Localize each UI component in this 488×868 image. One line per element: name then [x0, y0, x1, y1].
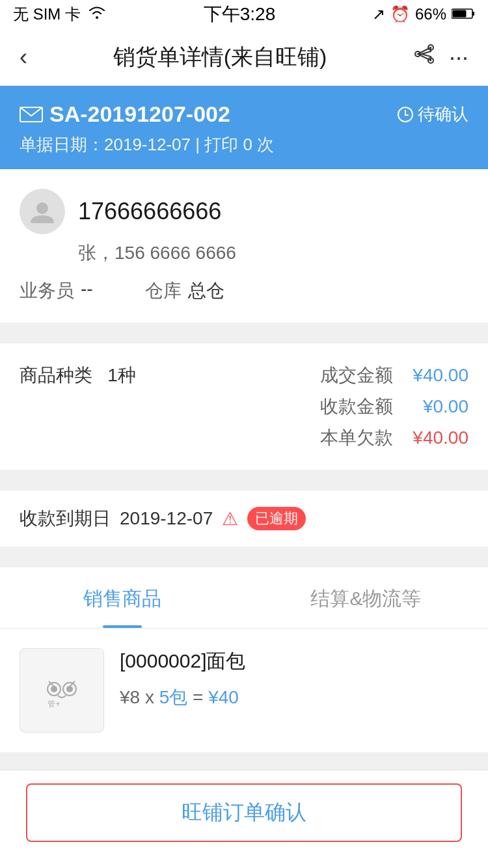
sim-status: 无 SIM 卡 [13, 4, 81, 25]
nav-actions: ··· [413, 42, 468, 72]
share-button[interactable] [413, 42, 436, 72]
customer-name: 张，156 6666 6666 [20, 241, 468, 265]
product-info: [0000002]面包 ¥8 x 5包 = ¥40 [120, 648, 468, 710]
product-type-value: 1种 [107, 365, 136, 385]
status-bar-right: ↗ ⏰ 66% [372, 5, 475, 23]
confirm-button[interactable]: 旺铺订单确认 [26, 783, 462, 842]
product-name: [0000002]面包 [120, 648, 468, 675]
product-eq: = [193, 687, 203, 707]
due-date-value: 2019-12-07 [120, 508, 213, 529]
owed-amount-value: ¥40.00 [403, 427, 468, 448]
tab-settlement-logistics[interactable]: 结算&物流等 [244, 567, 488, 628]
product-image: 管+ [20, 648, 104, 733]
product-list: 管+ [0000002]面包 ¥8 x 5包 = ¥40 [0, 629, 488, 752]
product-price: ¥8 x [120, 687, 154, 707]
product-count: 商品种类 1种 [20, 363, 136, 388]
order-number: SA-20191207-002 [20, 102, 230, 127]
product-total: ¥40 [208, 687, 239, 707]
battery-icon [452, 5, 475, 23]
product-item: 管+ [0000002]面包 ¥8 x 5包 = ¥40 [0, 629, 488, 752]
receipt-amount-value: ¥0.00 [403, 396, 468, 417]
divider-1 [0, 333, 488, 344]
product-qty: 5包 [159, 687, 188, 707]
more-button[interactable]: ··· [449, 44, 468, 71]
product-price-row: ¥8 x 5包 = ¥40 [120, 685, 468, 710]
customer-section: 17666666666 张，156 6666 6666 业务员 -- 仓库 总仓 [0, 169, 488, 323]
due-date-section: 收款到期日 2019-12-07 ⚠ 已逾期 [0, 491, 488, 547]
status-bar-time: 下午3:28 [204, 2, 276, 27]
svg-rect-3 [453, 10, 467, 18]
svg-text:管+: 管+ [47, 699, 60, 709]
product-type-label: 商品种类 [20, 365, 92, 385]
svg-point-14 [51, 686, 57, 692]
salesperson-value: -- [81, 278, 93, 303]
amount-detail: 成交金额 ¥40.00 收款金额 ¥0.00 本单欠款 ¥40.00 [320, 363, 468, 450]
alarm-icon: ⏰ [390, 5, 410, 23]
back-button[interactable]: ‹ [20, 44, 27, 71]
bottom-bar: 旺铺订单确认 [0, 770, 488, 868]
wifi-icon [87, 5, 107, 23]
order-date: 单据日期：2019-12-07 | 打印 0 次 [20, 133, 468, 156]
salesperson-label: 业务员 [20, 278, 74, 303]
warehouse-label: 仓库 [145, 278, 182, 303]
battery-status: 66% [415, 5, 446, 23]
divider-2 [0, 480, 488, 491]
svg-point-0 [96, 16, 98, 19]
tabs-section: 销售商品 结算&物流等 管+ [000 [0, 567, 488, 752]
svg-point-11 [36, 202, 48, 214]
due-date-label: 收款到期日 [20, 506, 111, 531]
tab-sales-products[interactable]: 销售商品 [0, 567, 244, 628]
warning-icon: ⚠ [222, 508, 238, 530]
tabs-header: 销售商品 结算&物流等 [0, 567, 488, 629]
deal-amount-label: 成交金额 [320, 363, 393, 388]
nav-bar: ‹ 销货单详情(来自旺铺) ··· [0, 29, 488, 86]
svg-point-15 [66, 686, 73, 692]
location-icon: ↗ [372, 5, 385, 23]
customer-meta: 业务员 -- 仓库 总仓 [20, 278, 468, 303]
amount-section: 商品种类 1种 成交金额 ¥40.00 收款金额 ¥0.00 本单欠款 ¥40.… [0, 344, 488, 470]
order-header-card: SA-20191207-002 待确认 单据日期：2019-12-07 | 打印… [0, 86, 488, 169]
status-bar: 无 SIM 卡 下午3:28 ↗ ⏰ 66% [0, 0, 488, 29]
warehouse-value: 总仓 [188, 278, 224, 303]
overdue-badge: 已逾期 [247, 507, 306, 530]
receipt-amount-label: 收款金额 [320, 394, 393, 419]
page-title: 销货单详情(来自旺铺) [113, 42, 327, 72]
owed-amount-label: 本单欠款 [320, 426, 393, 450]
deal-amount-value: ¥40.00 [403, 365, 468, 386]
order-status: 待确认 [397, 103, 468, 126]
status-bar-left: 无 SIM 卡 [13, 4, 107, 25]
divider-3 [0, 557, 488, 567]
avatar [20, 189, 65, 234]
svg-rect-2 [472, 12, 474, 16]
customer-phone: 17666666666 [78, 198, 221, 225]
